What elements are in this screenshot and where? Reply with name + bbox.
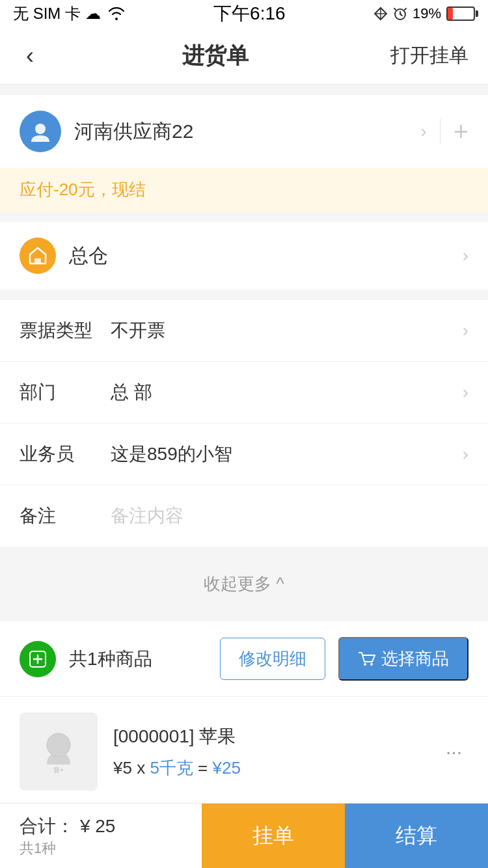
supplier-row[interactable]: 河南供应商22 › +	[0, 95, 488, 168]
back-button[interactable]: ‹	[20, 36, 40, 76]
invoice-chevron-icon: ›	[463, 320, 468, 341]
products-count: 共1种商品	[69, 647, 207, 671]
collapse-button[interactable]: 收起更多 ^	[0, 557, 488, 611]
products-header: 共1种商品 修改明细 选择商品	[0, 621, 488, 697]
add-supplier-button[interactable]: +	[454, 117, 468, 146]
products-icon	[20, 641, 56, 677]
supplier-avatar	[20, 111, 61, 152]
status-bar: 无 SIM 卡 ☁ 下午6:16 19%	[0, 0, 488, 27]
product-title: 苹果	[199, 726, 236, 746]
sim-text: 无 SIM 卡 ☁	[13, 3, 101, 24]
dept-row[interactable]: 部门 总 部 ›	[0, 362, 488, 424]
supplier-notice: 应付-20元，现结	[0, 168, 488, 211]
form-card: 票据类型 不开票 › 部门 总 部 › 业务员 这是859的小智 › 备注 备注…	[0, 300, 488, 547]
warehouse-row[interactable]: 总仓 ›	[0, 222, 488, 290]
svg-rect-2	[34, 258, 41, 264]
checkout-button[interactable]: 结算	[345, 804, 488, 869]
select-product-label: 选择商品	[381, 647, 449, 670]
salesman-row[interactable]: 业务员 这是859的小智 ›	[0, 424, 488, 485]
nav-bar: ‹ 进货单 打开挂单	[0, 27, 488, 85]
select-product-button[interactable]: 选择商品	[338, 637, 468, 681]
remark-label: 备注	[20, 504, 98, 528]
open-hang-button[interactable]: 打开挂单	[390, 42, 468, 69]
supplier-divider	[440, 118, 441, 144]
supplier-name: 河南供应商22	[74, 118, 420, 145]
total-price: ¥25	[213, 758, 241, 778]
warehouse-chevron-icon: ›	[463, 245, 468, 266]
edit-details-button[interactable]: 修改明细	[220, 638, 325, 680]
invoice-value: 不开票	[98, 318, 463, 343]
warehouse-icon	[20, 237, 56, 274]
salesman-label: 业务员	[20, 442, 98, 467]
status-left: 无 SIM 卡 ☁	[13, 3, 126, 24]
invoice-label: 票据类型	[20, 318, 98, 343]
svg-point-1	[35, 124, 46, 134]
total-count: 共1种	[20, 839, 182, 858]
warehouse-name: 总仓	[69, 243, 463, 269]
svg-point-4	[364, 663, 366, 666]
invoice-row[interactable]: 票据类型 不开票 ›	[0, 300, 488, 362]
total-value: ¥ 25	[80, 816, 116, 836]
salesman-chevron-icon: ›	[463, 444, 468, 465]
total-label: 合计：	[20, 816, 74, 836]
equals: =	[198, 758, 212, 778]
product-thumb-icon: 督+	[33, 726, 85, 778]
warehouse-card: 总仓 ›	[0, 222, 488, 290]
location-icon	[373, 7, 388, 21]
salesman-value: 这是859的小智	[98, 442, 463, 467]
quantity: 5千克	[150, 758, 193, 778]
battery-percent: 19%	[413, 5, 441, 22]
page-title: 进货单	[182, 41, 249, 71]
hang-button[interactable]: 挂单	[202, 804, 345, 869]
dept-label: 部门	[20, 380, 98, 405]
status-time: 下午6:16	[213, 1, 286, 26]
bottom-bar: 合计： ¥ 25 共1种 挂单 结算	[0, 803, 488, 868]
remark-input[interactable]: 备注内容	[98, 504, 468, 528]
total-section: 合计： ¥ 25 共1种	[0, 813, 202, 858]
alarm-icon	[393, 7, 407, 21]
status-right: 19%	[373, 5, 475, 22]
products-card: 共1种商品 修改明细 选择商品 督+	[0, 621, 488, 806]
wifi-icon	[107, 7, 126, 20]
supplier-card: 河南供应商22 › + 应付-20元，现结	[0, 95, 488, 211]
dept-value: 总 部	[98, 380, 463, 405]
battery-icon	[446, 7, 475, 21]
svg-point-5	[370, 663, 373, 666]
cart-icon	[358, 651, 376, 667]
product-price: ¥5 x 5千克 = ¥25	[113, 757, 424, 780]
product-more-button[interactable]: ···	[439, 734, 468, 769]
remark-row[interactable]: 备注 备注内容	[0, 485, 488, 547]
product-code: [0000001]	[113, 726, 199, 746]
product-info: [0000001] 苹果 ¥5 x 5千克 = ¥25	[113, 724, 424, 780]
product-thumbnail: 督+	[20, 712, 98, 791]
total-amount: 合计： ¥ 25	[20, 813, 182, 839]
unit-price: ¥5 x	[113, 758, 150, 778]
supplier-chevron-icon: ›	[420, 121, 426, 142]
svg-text:督+: 督+	[53, 766, 64, 774]
dept-chevron-icon: ›	[463, 382, 468, 403]
product-name: [0000001] 苹果	[113, 724, 424, 749]
product-item: 督+ [0000001] 苹果 ¥5 x 5千克 = ¥25 ···	[0, 697, 488, 806]
